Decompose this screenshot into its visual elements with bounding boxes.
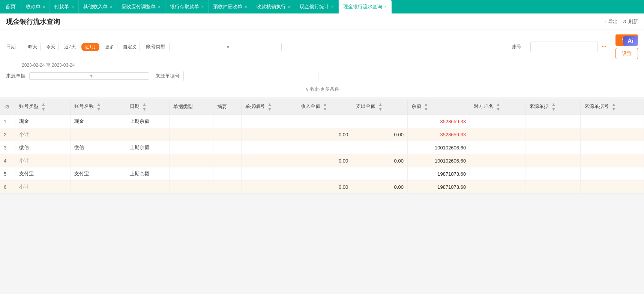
sort-icon: ▲▼ [496,102,501,112]
data-table: ⚙ 账号类型 ▲▼ 账号名称 ▲▼ 日期 ▲▼ 单据类型 摘 [0,99,644,194]
table-cell: 0.00 [297,181,352,194]
close-icon[interactable]: × [288,4,290,9]
settings-button[interactable]: 设置 [615,48,638,59]
chevron-down-icon: ▼ [89,74,146,78]
table-cell [241,154,297,167]
table-cell: 2 [0,128,15,141]
table-cell: -3528659.33 [407,115,470,128]
table-cell [352,115,408,128]
sort-icon: ▲▼ [611,102,616,112]
source-voucher-no-input[interactable] [183,71,318,81]
col-counterpart[interactable]: 对方户名 ▲▼ [470,99,525,115]
table-row[interactable]: 4小计0.000.00100102606.60 [0,154,644,167]
date-btn-yesterday[interactable]: 昨天 [25,43,41,51]
col-income[interactable]: 收入金额 ▲▼ [297,99,352,115]
close-icon[interactable]: × [384,4,387,9]
table-cell: 6 [0,181,15,194]
close-icon[interactable]: × [110,4,112,9]
col-voucher-type[interactable]: 单据类型 [170,99,213,115]
account-no-filter: 账号 ··· [512,42,606,52]
close-icon[interactable]: × [201,4,204,9]
col-source[interactable]: 来源单据 ▲▼ [525,99,581,115]
account-no-input[interactable] [530,42,598,52]
col-date[interactable]: 日期 ▲▼ [126,99,170,115]
refresh-button[interactable]: ↺ 刷新 [622,18,638,25]
filter-area: 日期 昨天 今天 近7天 近1月 更多 自定义 账号类型 ▼ 账号 ··· 查 [0,30,644,97]
table-cell [581,181,644,194]
refresh-icon: ↺ [622,19,627,25]
close-icon[interactable]: × [245,4,247,9]
table-cell [126,154,170,167]
table-cell [525,128,581,141]
table-cell: 上期余额 [126,115,170,128]
close-icon[interactable]: × [71,4,74,9]
date-btn-1month[interactable]: 近1月 [81,43,100,51]
col-balance[interactable]: 余额 ▲▼ [407,99,470,115]
nav-tab-tongji[interactable]: 现金银行统计 × [295,0,338,13]
col-expense[interactable]: 支出金额 ▲▼ [352,99,408,115]
date-btn-custom[interactable]: 自定义 [120,43,140,51]
date-options: 昨天 今天 近7天 近1月 更多 自定义 [25,43,140,51]
collapse-button[interactable]: ∧ 收起更多条件 [6,84,638,94]
nav-home[interactable]: 首页 [0,0,21,13]
sort-icon: ▲▼ [267,102,272,112]
table-cell: 0.00 [352,181,408,194]
account-type-filter: 账号类型 ▼ [146,43,505,51]
table-cell [213,167,241,181]
top-navigation: 首页 收款单 × 付款单 × 其他收入单 × 应收应付调整单 × 银行存取款单 … [0,0,644,13]
date-range-text: 2023-02-24 至 2023-03-24 [22,63,75,68]
sort-icon: ▲▼ [41,102,46,112]
dots-button[interactable]: ··· [602,43,606,50]
table-cell [470,141,525,154]
table-cell [170,181,213,194]
table-cell [525,115,581,128]
nav-tab-yushou[interactable]: 预收冲应收单 × [209,0,252,13]
source-voucher-select[interactable]: ▼ [29,72,149,80]
nav-tab-hexiao[interactable]: 收款核销执行 × [252,0,295,13]
nav-tab-yinhang[interactable]: 银行存取款单 × [165,0,209,13]
nav-tab-fukudan[interactable]: 付款单 × [50,0,78,13]
table-row[interactable]: 2小计0.000.00-3528659.33 [0,128,644,141]
nav-tab-qita[interactable]: 其他收入单 × [79,0,117,13]
table-cell [213,154,241,167]
col-settings[interactable]: ⚙ [0,99,15,115]
table-row[interactable]: 5支付宝支付宝上期余额19871073.60 [0,167,644,181]
col-account-type[interactable]: 账号类型 ▲▼ [15,99,71,115]
date-btn-7days[interactable]: 近7天 [61,43,79,51]
date-btn-more[interactable]: 更多 [102,43,117,51]
table-cell [213,128,241,141]
table-row[interactable]: 6小计0.000.0019871073.60 [0,181,644,194]
table-cell: 微信 [15,141,71,154]
filter-row-date: 日期 昨天 今天 近7天 近1月 更多 自定义 账号类型 ▼ 账号 ··· 查 [6,34,638,59]
nav-tab-shoudan[interactable]: 收款单 × [21,0,50,13]
table-cell [170,167,213,181]
table-cell: 19871073.60 [407,167,470,181]
export-button[interactable]: ↑ 导出 [604,18,618,25]
account-type-select[interactable]: ▼ [169,43,282,51]
table-row[interactable]: 1现金现金上期余额-3528659.33 [0,115,644,128]
nav-tab-tiaozheng[interactable]: 应收应付调整单 × [117,0,165,13]
table-cell [71,128,126,141]
table-header-row: ⚙ 账号类型 ▲▼ 账号名称 ▲▼ 日期 ▲▼ 单据类型 摘 [0,99,644,115]
table-row[interactable]: 3微信微信上期余额100102606.60 [0,141,644,154]
sort-icon: ▲▼ [142,102,147,112]
table-header: ⚙ 账号类型 ▲▼ 账号名称 ▲▼ 日期 ▲▼ 单据类型 摘 [0,99,644,115]
col-account-name[interactable]: 账号名称 ▲▼ [71,99,126,115]
table-cell [581,128,644,141]
table-cell [352,141,408,154]
col-voucher-no[interactable]: 单据编号 ▲▼ [241,99,297,115]
col-source-no[interactable]: 来源单据号 ▲▼ [581,99,644,115]
gear-icon[interactable]: ⚙ [5,104,10,110]
nav-tab-liushui[interactable]: 现金银行流水查询 × [339,0,392,13]
close-icon[interactable]: × [158,4,160,9]
table-cell: 1 [0,115,15,128]
table-cell [470,128,525,141]
close-icon[interactable]: × [331,4,333,9]
date-btn-today[interactable]: 今天 [43,43,59,51]
chevron-down-icon: ▼ [225,44,278,50]
col-summary[interactable]: 摘要 [213,99,241,115]
source-voucher-filter: 来源单据 ▼ [6,72,149,80]
close-icon[interactable]: × [43,4,45,9]
ai-badge[interactable]: Ai [623,36,638,46]
filter-row-source: 来源单据 ▼ 来源单据号 [6,71,638,81]
